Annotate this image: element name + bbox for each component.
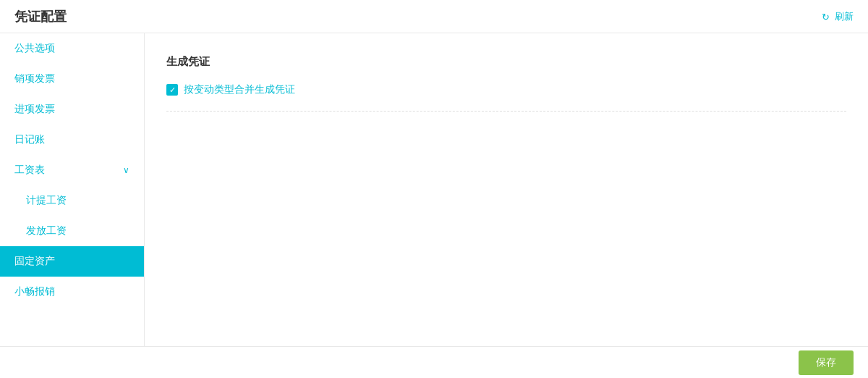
checkbox-row: ✓ 按变动类型合并生成凭证	[166, 83, 846, 96]
page-title: 凭证配置	[14, 8, 67, 25]
content-area: 生成凭证 ✓ 按变动类型合并生成凭证	[145, 33, 868, 346]
page-footer: 保存	[0, 346, 868, 378]
merge-by-type-checkbox[interactable]: ✓	[166, 84, 178, 96]
sidebar-item-label: 工资表	[14, 164, 45, 177]
sidebar-item-payroll-accrual[interactable]: 计提工资	[0, 185, 144, 216]
sidebar-item-expense-report[interactable]: 小畅报销	[0, 277, 144, 307]
sidebar-item-payroll-release[interactable]: 发放工资	[0, 216, 144, 246]
sidebar-item-label: 公共选项	[14, 42, 55, 55]
sidebar-item-label: 计提工资	[26, 194, 67, 207]
sidebar-item-label: 小畅报销	[14, 285, 55, 298]
refresh-icon: ↻	[822, 12, 832, 22]
sidebar-item-label: 发放工资	[26, 224, 67, 238]
sidebar-item-label: 进项发票	[14, 103, 55, 116]
sidebar-item-purchase-invoice[interactable]: 进项发票	[0, 94, 144, 125]
section-title: 生成凭证	[166, 55, 846, 69]
refresh-button[interactable]: ↻ 刷新	[822, 10, 854, 23]
chevron-down-icon: ∨	[123, 165, 129, 175]
sidebar-item-label: 销项发票	[14, 72, 55, 85]
page-header: 凭证配置 ↻ 刷新	[0, 0, 868, 33]
main-layout: 公共选项 销项发票 进项发票 日记账 工资表 ∨ 计提工资 发放工资 固定资产 …	[0, 33, 868, 346]
sidebar-item-label: 固定资产	[14, 255, 55, 268]
checkmark-icon: ✓	[169, 86, 176, 94]
sidebar-item-fixed-assets[interactable]: 固定资产	[0, 246, 144, 277]
checkbox-label[interactable]: 按变动类型合并生成凭证	[184, 83, 295, 96]
save-button[interactable]: 保存	[799, 350, 854, 375]
sidebar-item-journal[interactable]: 日记账	[0, 125, 144, 155]
sidebar-item-label: 日记账	[14, 133, 45, 146]
refresh-label: 刷新	[835, 10, 854, 23]
sidebar-item-payroll[interactable]: 工资表 ∨	[0, 155, 144, 185]
section-divider	[166, 111, 846, 112]
sidebar-item-sales-invoice[interactable]: 销项发票	[0, 64, 144, 94]
sidebar: 公共选项 销项发票 进项发票 日记账 工资表 ∨ 计提工资 发放工资 固定资产 …	[0, 33, 145, 346]
sidebar-item-public[interactable]: 公共选项	[0, 33, 144, 64]
